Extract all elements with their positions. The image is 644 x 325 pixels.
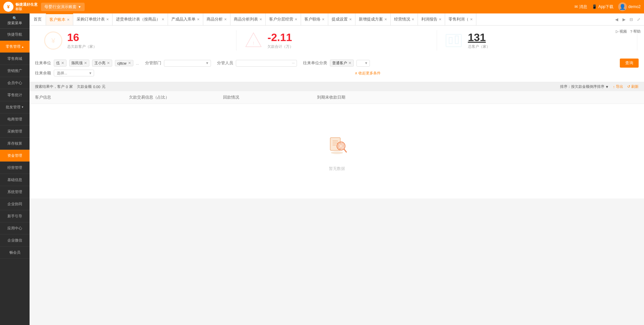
tab-next-arrow[interactable]: ▶ — [620, 16, 627, 23]
sidebar-basic-info-label: 基础信息 — [7, 178, 22, 182]
sidebar-item-ecommerce[interactable]: 电商管理 — [0, 113, 30, 125]
dept-input[interactable] — [164, 60, 211, 67]
tab-purchase-order-stats[interactable]: 采购订单统计表 ✕ — [73, 13, 113, 26]
unit-type-select-wrap[interactable]: ▼ — [356, 60, 370, 67]
tab-profit-report-close[interactable]: ✕ — [439, 17, 441, 21]
sidebar-item-retail-stats[interactable]: 零售统计 — [0, 89, 30, 101]
tab-customer-capital-close[interactable]: ✕ — [67, 18, 70, 22]
filter-tag-wang-remove[interactable]: ✕ — [107, 61, 110, 65]
tab-customer-capital[interactable]: 客户账本 ✕ — [46, 13, 73, 26]
sidebar-item-vip-member[interactable]: 畅会员 — [0, 247, 30, 259]
sidebar-search[interactable]: 🔍 搜索菜单 — [0, 13, 30, 29]
tab-customer-segment[interactable]: 客户分层经营 ✕ — [266, 13, 301, 26]
query-button[interactable]: 查询 — [620, 59, 639, 68]
export-label: 导出 — [616, 84, 623, 89]
tab-prev-arrow[interactable]: ◀ — [613, 16, 620, 23]
filter-tag-wu-text: 伍 — [56, 61, 60, 66]
tab-add-promotion-close[interactable]: ✕ — [384, 17, 387, 21]
filter-tag-chen-remove[interactable]: ✕ — [84, 61, 87, 65]
person-more-btn[interactable]: ··· — [292, 61, 295, 65]
tab-product-inbound-label: 产成品入库单 — [171, 16, 196, 22]
dept-filter-label: 分管部门 — [145, 60, 161, 66]
help-link[interactable]: ? 帮助 — [630, 29, 641, 34]
collapse-button[interactable]: ∧ 收起更多条件 — [355, 71, 381, 76]
user-action[interactable]: 👤 demo2 — [618, 2, 641, 11]
balance-select-wrap[interactable]: ▼ — [54, 70, 94, 76]
tab-retail-profit[interactable]: 零售利润（ ✕ — [445, 13, 476, 26]
sort-dropdown-icon[interactable]: ▼ — [605, 85, 609, 89]
tab-home[interactable]: 首页 — [30, 13, 46, 26]
tab-promotion-settings[interactable]: 提成设置 ✕ — [328, 13, 355, 26]
tab-retail-profit-close[interactable]: ✕ — [470, 17, 473, 21]
store-select[interactable]: 母婴行业演示账套 ▼ — [41, 3, 85, 11]
export-action[interactable]: ↑ 导出 — [613, 84, 624, 89]
filter-more-units[interactable]: ... — [136, 61, 139, 65]
sidebar-item-purchase[interactable]: 采购管理 — [0, 125, 30, 138]
expand-icon: ▼ — [21, 106, 24, 109]
balance-input[interactable] — [54, 70, 94, 76]
sidebar-item-retail-mgmt[interactable]: 零售管理 ▲ — [0, 41, 30, 53]
filter-tag-wu-remove[interactable]: ✕ — [61, 61, 64, 65]
sidebar-item-enterprise-wx[interactable]: 企业微信 — [0, 234, 30, 247]
tab-inventory-stats[interactable]: 进货单统计表（按商品） ✕ — [113, 13, 168, 26]
empty-icon — [324, 131, 350, 162]
result-bar: 搜索结果中，客户 0 家 欠款金额 0.00 元 排序：按欠款金额倒序排序▼ ↑… — [30, 82, 644, 91]
video-link[interactable]: ▷ 视频 — [616, 29, 627, 34]
tab-profit-report[interactable]: 利润报告 ✕ — [418, 13, 445, 26]
tab-promotion-settings-close[interactable]: ✕ — [349, 17, 352, 21]
app-container: ¥ 畅捷通好生意 标版 母婴行业演示账套 ▼ ✉ 消息 📱 App下载 — [0, 0, 644, 325]
dept-select-wrap[interactable]: ▼ — [164, 60, 211, 67]
refresh-action[interactable]: ↺ 刷新 — [627, 84, 639, 89]
tab-product-analysis-list-close[interactable]: ✕ — [259, 17, 262, 21]
balance-filter-label: 往来余额 — [35, 70, 51, 76]
sidebar-marketing-label: 营销推广 — [7, 69, 22, 73]
refresh-icon: ↺ — [627, 84, 630, 89]
logo-icon: ¥ — [3, 2, 13, 12]
sidebar-item-app-center[interactable]: 应用中心 — [0, 222, 30, 234]
tab-purchase-order-stats-close[interactable]: ✕ — [106, 17, 109, 21]
tab-customer-segment-close[interactable]: ✕ — [295, 17, 297, 21]
tab-ops-status[interactable]: 经营情况 ✕ — [391, 13, 418, 26]
sidebar-item-ops[interactable]: 经营管理 — [0, 162, 30, 174]
search-result-prefix: 搜索结果中，客户 — [35, 84, 65, 89]
sidebar-item-marketing[interactable]: 营销推广 — [0, 65, 30, 77]
filter-tag-normal-customer-remove[interactable]: ✕ — [348, 61, 351, 65]
person-input[interactable] — [238, 61, 292, 65]
svg-text:¥: ¥ — [51, 37, 55, 44]
sidebar-item-retail-mall[interactable]: 零售商城 — [0, 53, 30, 65]
tab-inventory-stats-close[interactable]: ✕ — [162, 17, 164, 21]
debt-amount-prefix: 欠款金额 — [77, 84, 92, 89]
filter-tag-cjttcw-remove[interactable]: ✕ — [128, 61, 131, 65]
tab-customer-contact[interactable]: 客户联络 ✕ — [301, 13, 328, 26]
svg-text:!: ! — [253, 41, 254, 46]
tab-customer-contact-close[interactable]: ✕ — [322, 17, 325, 21]
unit-type-input[interactable] — [356, 60, 370, 67]
tab-product-analysis[interactable]: 商品分析 ✕ — [203, 13, 230, 26]
sidebar-item-enterprise[interactable]: 企业协同 — [0, 198, 30, 210]
app-download-action[interactable]: 📱 App下载 — [592, 4, 613, 10]
tab-add-promotion[interactable]: 新增提成方案 ✕ — [355, 13, 391, 26]
tab-product-analysis-close[interactable]: ✕ — [224, 17, 227, 21]
store-name: 母婴行业演示账套 — [44, 4, 77, 10]
tab-product-analysis-list[interactable]: 商品分析列表 ✕ — [230, 13, 266, 26]
tab-menu-arrow[interactable]: ⊟ — [628, 16, 635, 23]
tab-promotion-settings-label: 提成设置 — [332, 16, 348, 22]
tab-fullscreen-icon[interactable]: ⤢ — [635, 16, 642, 23]
sidebar-item-membership[interactable]: 会员中心 — [0, 77, 30, 89]
sidebar-item-inventory[interactable]: 库存核算 — [0, 138, 30, 150]
tab-product-inbound-close[interactable]: ✕ — [197, 17, 200, 21]
sidebar-item-capital[interactable]: 资金管理 — [0, 150, 30, 162]
filter-tag-wu: 伍 ✕ — [54, 60, 67, 67]
sidebar-item-sys-mgmt[interactable]: 系统管理 — [0, 186, 30, 198]
sidebar-item-quick-nav[interactable]: 快捷导航 — [0, 29, 30, 41]
result-actions: 排序：按欠款金额倒序排序▼ ↑ 导出 ↺ 刷新 — [560, 84, 639, 89]
sidebar-item-batch-mgmt[interactable]: 批发管理 ▼ — [0, 101, 30, 113]
sidebar-item-new-guide[interactable]: 新手引导 — [0, 210, 30, 222]
tab-product-inbound[interactable]: 产成品入库单 ✕ — [168, 13, 203, 26]
sidebar-item-basic-info[interactable]: 基础信息 — [0, 174, 30, 186]
sidebar-batch-mgmt-label: 批发管理 — [6, 105, 20, 110]
message-action[interactable]: ✉ 消息 — [574, 4, 587, 10]
svg-rect-5 — [449, 37, 452, 43]
tab-ops-status-close[interactable]: ✕ — [412, 17, 414, 21]
help-label: 帮助 — [633, 29, 641, 34]
